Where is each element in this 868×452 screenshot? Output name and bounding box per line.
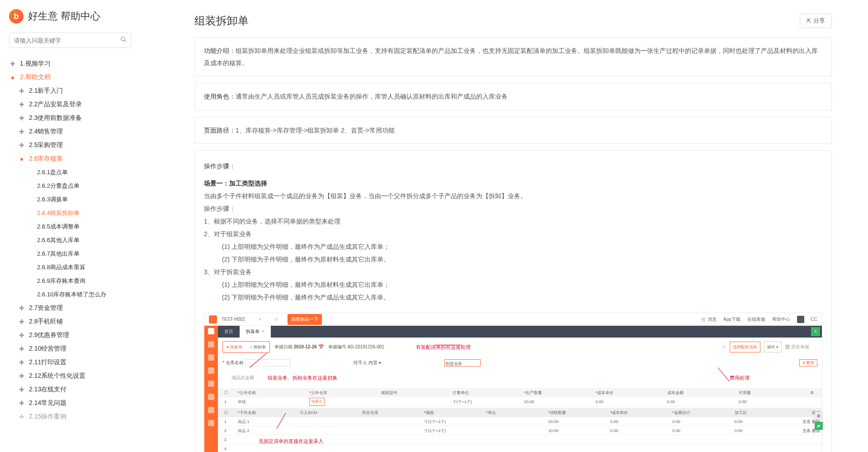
intro-card: 功能介绍：组装拆卸单用来处理企业组装或拆卸等加工业务，支持有固定装配清单的产品加… (194, 37, 832, 76)
nav-2-6-3[interactable]: 2.6.3调拨单 (9, 193, 131, 206)
nav-label: 2.1新手入门 (29, 87, 63, 95)
menu-icon (208, 367, 214, 374)
nav-label: 2.2产品安装及登录 (29, 100, 82, 109)
nav-tree: ✚1.视频学习 ●2.帮助文档 ✚2.1新手入门 ✚2.2产品安装及登录 ✚2.… (9, 57, 131, 423)
online-link: 在线客服 (747, 315, 765, 324)
menu-icon (208, 394, 214, 400)
app-logo-icon (209, 315, 217, 324)
table-header: ☐ *子件名称 引入BOM 所在仓库 *规格 *单位 *消耗数量 *成本单价 *… (218, 408, 822, 417)
intro-text: 组装拆卸单用来处理企业组装或拆卸等加工业务，支持有固定装配清单的产品加工业务，也… (204, 47, 818, 67)
nav-label: 2.10经营管理 (29, 345, 66, 353)
plus-icon: ✚ (18, 87, 25, 95)
plus-icon: ✚ (18, 372, 25, 380)
warehouse-field: * 仓库名称 (222, 358, 290, 367)
step2-1: (1) 上部明细为父件明细，最终作为产成品生成其它入库单； (204, 240, 822, 253)
plus-icon: ✚ (18, 128, 25, 135)
plus-icon: ✚ (18, 413, 25, 420)
ss-body: 首页 拆装单× × ● 组装单 ○ 拆卸单 单据日期 2019-12-26 📅 … (204, 326, 822, 452)
intro-label: 功能介绍： (204, 47, 236, 54)
ss-toolbar-right: ⚙ 选择配料清单 操作 ▾ ☰ 历史单据 ⋮ (722, 342, 817, 352)
plus-icon: ✚ (18, 332, 25, 339)
nav-label: 2.11打印设置 (29, 358, 66, 366)
menu-icon (208, 420, 214, 426)
share-button[interactable]: ⇱ 分享 (800, 14, 832, 28)
ss-toolbar: ● 组装单 ○ 拆卸单 单据日期 2019-12-26 📅 单据编号 AD-20… (218, 338, 822, 357)
svg-point-0 (121, 37, 125, 41)
nav-2-9[interactable]: ✚2.9优惠券管理 (9, 328, 131, 342)
operate-button: 操作 ▾ (764, 342, 782, 352)
nav-2-11[interactable]: ✚2.11打印设置 (9, 356, 131, 369)
step2-2: (2) 下部明细为子件明细，最终作为原材料生成其它出库单。 (204, 253, 822, 266)
nav-video[interactable]: ✚1.视频学习 (9, 57, 131, 71)
radio-disassemble: ○ 拆卸单 (247, 343, 269, 352)
role-card: 使用角色：通常由生产人员或库管人员完成拆装业务的操作，库管人员确认原材料的出库和… (194, 83, 832, 110)
logo-icon: b (9, 9, 24, 24)
nav-2-6-2[interactable]: 2.6.2分量盘点单 (9, 179, 131, 193)
nav-label: 2.4销售管理 (29, 128, 63, 136)
nav-label: 2.6.6其他入库单 (37, 236, 80, 244)
table-row: 2 商品 2 个(1个=1个) 10.00 0.00 0.00 0.00 (218, 426, 822, 435)
red-annotation-3: 费用处理 (730, 373, 750, 383)
nav-2-5[interactable]: ✚2.5采购管理 (9, 138, 131, 152)
child-table: ☐ *子件名称 引入BOM 所在仓库 *规格 *单位 *消耗数量 *成本单价 *… (218, 408, 822, 452)
scene1-desc: 当由多个子件材料组装成一个成品的业务为【组装】业务，当由一个父件拆分成多个子产品… (204, 190, 822, 202)
select-list-button: 选择配料清单 (730, 342, 760, 352)
more-icon: ⋮ (813, 343, 817, 352)
ss-radio-group: ● 组装单 ○ 拆卸单 (222, 341, 270, 353)
nav-2-6-1[interactable]: 2.6.1盘点单 (9, 166, 131, 179)
nav-2-12[interactable]: ✚2.12系统个性化设置 (9, 369, 131, 383)
ss-tab-doc: 拆装单× (240, 326, 271, 338)
embedded-screenshot: TEST-H002 ▾ ⚙ 我要购买一下 🛒 消息 App下载 在线客服 帮助中… (204, 313, 822, 452)
nav-label: 2.7资金管理 (29, 304, 63, 312)
table-row: 1 米线 电商仓 个(个=1个) 10.00 0.00 0.00 0.00 (218, 397, 822, 406)
content-card: 操作步骤： 场景一：加工类型选择 当由多个子件材料组装成一个成品的业务为【组装】… (194, 150, 832, 452)
app-link: App下载 (723, 315, 741, 324)
search-input[interactable] (9, 33, 131, 48)
nav-2-10[interactable]: ✚2.10经营管理 (9, 342, 131, 356)
nav-2-2[interactable]: ✚2.2产品安装及登录 (9, 98, 131, 111)
main-content: 组装拆卸单 ⇱ 分享 功能介绍：组装拆卸单用来处理企业组装或拆卸等加工业务，支持… (140, 0, 868, 452)
nav-2-7[interactable]: ✚2.7资金管理 (9, 301, 131, 315)
nav-2-6-9[interactable]: 2.6.9库存账本查询 (9, 274, 131, 288)
nav-label: 2.帮助文档 (20, 73, 51, 81)
gear-icon: ⚙ (274, 315, 278, 324)
nav-label: 2.6.1盘点单 (37, 168, 68, 176)
fee-button: ¥ 费用 (799, 358, 817, 367)
table-header: ☐ *父件名称 *父件仓库 规格型号 计量单位 *生产数量 *成本单价 成本金额… (218, 388, 822, 397)
ss-test: TEST-H002 (222, 315, 245, 324)
nav-2-14[interactable]: ✚2.14常见问题 (9, 396, 131, 410)
step1: 1、根据不同的业务，选择不同单据的类型来处理 (204, 215, 822, 228)
nav-docs[interactable]: ●2.帮助文档 (9, 71, 131, 84)
plus-icon: ✚ (18, 114, 25, 122)
nav-2-6[interactable]: ●2.6库存核算 (9, 152, 131, 166)
nav-2-13[interactable]: ✚2.13在线支付 (9, 383, 131, 396)
ss-sidebar (204, 326, 218, 452)
nav-label: 1.视频学习 (20, 60, 51, 68)
share-label: 分享 (813, 17, 825, 25)
menu-icon (208, 381, 214, 387)
plus-icon: ✚ (18, 359, 25, 366)
nav-2-6-4[interactable]: 2.6.4组装拆卸单 (9, 206, 131, 220)
nav-2-8[interactable]: ✚2.8手机旺铺 (9, 315, 131, 328)
nav-2-15[interactable]: ✚2.15操作案例 (9, 410, 131, 423)
search-box (9, 33, 131, 48)
nav-2-3[interactable]: ✚2.3使用前数据准备 (9, 111, 131, 125)
nav-label: 2.6.9库存账本查询 (37, 277, 85, 285)
nav-label: 2.14常见问题 (29, 399, 66, 407)
search-icon[interactable] (120, 36, 127, 44)
step3-1: (1) 上部明细为父件明细，最终作为原材料生成其它出库单； (204, 278, 822, 291)
nav-2-1[interactable]: ✚2.1新手入门 (9, 84, 131, 98)
nav-label: 2.3使用前数据准备 (29, 114, 82, 122)
nav-2-6-6[interactable]: 2.6.6其他入库单 (9, 233, 131, 247)
ss-header-right: 🛒 消息 App下载 在线客服 帮助中心 CC (701, 315, 817, 324)
nav-2-6-10[interactable]: 2.6.10库存账本错了怎么办 (9, 288, 131, 301)
tool-icon: ⊞ (815, 412, 823, 420)
nav-2-6-7[interactable]: 2.6.7其他出库单 (9, 247, 131, 261)
nav-2-6-5[interactable]: 2.6.5成本调整单 (9, 220, 131, 233)
username: CC (811, 315, 817, 324)
nav-label: 2.6.10库存账本错了怎么办 (37, 290, 106, 299)
nav-2-4[interactable]: ✚2.4销售管理 (9, 125, 131, 138)
plus-icon: ✚ (18, 400, 25, 407)
nav-2-6-8[interactable]: 2.6.8商品成本重算 (9, 261, 131, 274)
nav-label: 2.6.7其他出库单 (37, 250, 80, 258)
